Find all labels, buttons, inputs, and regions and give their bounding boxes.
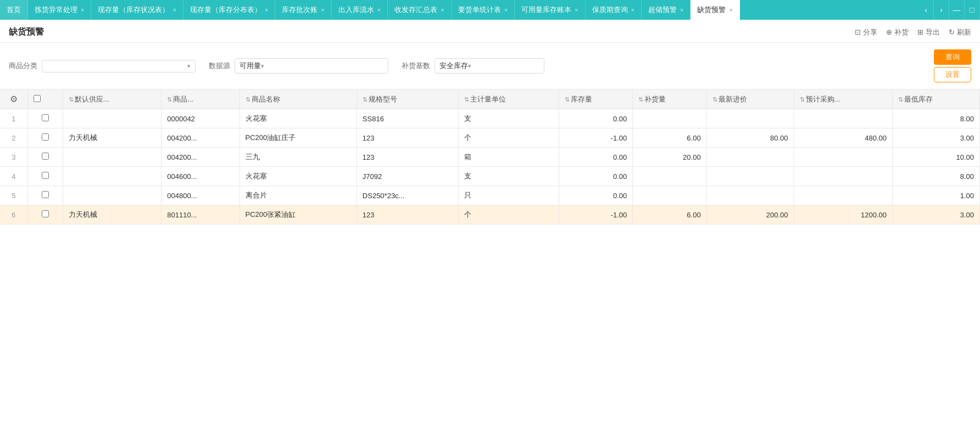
- row-stock: -1.00: [559, 205, 633, 225]
- replenish-button[interactable]: ⊕ 补货: [886, 27, 909, 37]
- sort-icon-name: ⇅: [246, 96, 250, 103]
- row-estimated: 1200.00: [794, 205, 892, 225]
- category-select[interactable]: ▾: [42, 60, 196, 72]
- tab-scroll-left[interactable]: ‹: [918, 0, 934, 20]
- row-replenish: [633, 167, 706, 186]
- table-row: 2力天机械004200...PC200油缸庄子123个-1.006.0080.0…: [0, 128, 980, 148]
- datasource-filter-group: 数据源 可用量 ▾: [209, 58, 388, 74]
- tab-minimize[interactable]: —: [949, 0, 965, 20]
- tab-11[interactable]: 缺货预警×: [691, 0, 739, 20]
- tab-1[interactable]: 拣货异常处理×: [28, 0, 91, 20]
- replenish-base-value: 安全库存: [439, 61, 468, 71]
- row-name: 三九: [240, 148, 357, 167]
- tab-label-3: 现存量（库存分布表）: [190, 5, 261, 15]
- tab-label-7: 要货单统计表: [458, 5, 501, 15]
- row-estimated: [794, 148, 892, 167]
- tab-5[interactable]: 出入库流水×: [332, 0, 388, 20]
- col-header-name[interactable]: ⇅商品名称: [240, 89, 357, 109]
- tab-6[interactable]: 收发存汇总表×: [388, 0, 451, 20]
- row-select-checkbox[interactable]: [42, 172, 49, 179]
- datasource-dropdown-icon: ▾: [261, 63, 264, 70]
- refresh-button[interactable]: ↻ 刷新: [949, 27, 971, 37]
- col-header-min_stock[interactable]: ⇅最低库存: [892, 89, 979, 109]
- tab-close-8[interactable]: ×: [575, 7, 578, 13]
- col-header-latest_price[interactable]: ⇅最新进价: [706, 89, 794, 109]
- row-stock: -1.00: [559, 128, 633, 148]
- gear-icon[interactable]: ⚙: [10, 94, 18, 104]
- tab-close-9[interactable]: ×: [631, 7, 634, 13]
- select-all-checkbox[interactable]: [34, 95, 41, 102]
- row-checkbox: [27, 205, 63, 225]
- tab-close-5[interactable]: ×: [377, 7, 381, 13]
- row-unit: 个: [458, 128, 559, 148]
- row-replenish: 20.00: [633, 148, 706, 167]
- row-checkbox: [27, 186, 63, 205]
- tab-close-7[interactable]: ×: [504, 7, 508, 13]
- row-unit: 支: [458, 109, 559, 128]
- tab-close-10[interactable]: ×: [680, 7, 683, 13]
- tab-close-11[interactable]: ×: [729, 7, 732, 13]
- replenish-icon: ⊕: [886, 28, 892, 36]
- tab-4[interactable]: 库存批次账×: [275, 0, 331, 20]
- row-select-checkbox[interactable]: [42, 153, 49, 160]
- header-actions: ⊡ 分享 ⊕ 补货 ⊞ 导出 ↻ 刷新: [855, 27, 971, 37]
- row-name: 火花塞: [240, 167, 357, 186]
- datasource-select[interactable]: 可用量 ▾: [235, 58, 388, 74]
- tab-label-10: 超储预警: [648, 5, 677, 15]
- col-header-replenish[interactable]: ⇅补货量: [633, 89, 706, 109]
- main-content: 缺货预警 ⊡ 分享 ⊕ 补货 ⊞ 导出 ↻ 刷新 商品分类: [0, 20, 980, 437]
- tab-close-2[interactable]: ×: [172, 7, 176, 13]
- row-supplier: [63, 167, 161, 186]
- tab-scroll-right[interactable]: ›: [934, 0, 949, 20]
- tab-maximize[interactable]: □: [965, 0, 980, 20]
- settings-button[interactable]: 设置: [934, 67, 971, 82]
- col-header-unit[interactable]: ⇅主计量单位: [458, 89, 559, 109]
- category-label: 商品分类: [9, 61, 37, 71]
- row-supplier: [63, 148, 161, 167]
- tab-8[interactable]: 可用量库存账本×: [515, 0, 585, 20]
- row-select-checkbox[interactable]: [42, 210, 49, 217]
- col-header-code[interactable]: ⇅商品...: [162, 89, 240, 109]
- query-button[interactable]: 查询: [934, 49, 971, 65]
- row-spec: SS816: [357, 109, 458, 128]
- tab-10[interactable]: 超储预警×: [642, 0, 691, 20]
- row-spec: 123: [357, 128, 458, 148]
- sort-icon-replenish: ⇅: [638, 96, 643, 103]
- row-min-stock: 3.00: [892, 128, 979, 148]
- row-index: 5: [0, 186, 27, 205]
- tab-close-6[interactable]: ×: [441, 7, 444, 13]
- col-header-stock[interactable]: ⇅库存量: [559, 89, 633, 109]
- tab-2[interactable]: 现存量（库存状况表）×: [91, 0, 183, 20]
- tab-0[interactable]: 首页: [0, 0, 28, 20]
- row-code: 004200...: [162, 128, 240, 148]
- tab-label-6: 收发存汇总表: [394, 5, 437, 15]
- category-filter-group: 商品分类 ▾: [9, 60, 196, 72]
- tab-close-4[interactable]: ×: [321, 7, 324, 13]
- table-container: ⚙⇅默认供应...⇅商品...⇅商品名称⇅规格型号⇅主计量单位⇅库存量⇅补货量⇅…: [0, 89, 980, 225]
- export-button[interactable]: ⊞ 导出: [917, 27, 940, 37]
- col-header-spec[interactable]: ⇅规格型号: [357, 89, 458, 109]
- page-header: 缺货预警 ⊡ 分享 ⊕ 补货 ⊞ 导出 ↻ 刷新: [0, 20, 980, 43]
- table-row: 3004200...三九123箱0.0020.0010.00: [0, 148, 980, 167]
- tab-close-1[interactable]: ×: [81, 7, 84, 13]
- tab-9[interactable]: 保质期查询×: [586, 0, 642, 20]
- replenish-base-select[interactable]: 安全库存 ▾: [435, 58, 544, 74]
- row-replenish: 6.00: [633, 205, 706, 225]
- row-select-checkbox[interactable]: [42, 191, 49, 198]
- category-dropdown-icon: ▾: [187, 63, 191, 70]
- sort-icon-min_stock: ⇅: [898, 96, 903, 103]
- table-row: 5004800...离合片DS250*23c...只0.001.00: [0, 186, 980, 205]
- col-header-supplier[interactable]: ⇅默认供应...: [63, 89, 161, 109]
- col-header-estimated[interactable]: ⇅预计采购...: [794, 89, 892, 109]
- row-select-checkbox[interactable]: [42, 133, 49, 141]
- row-replenish: 6.00: [633, 128, 706, 148]
- tab-close-3[interactable]: ×: [265, 7, 268, 13]
- col-header-checkbox: [27, 89, 63, 109]
- row-unit: 支: [458, 167, 559, 186]
- row-stock: 0.00: [559, 148, 633, 167]
- row-select-checkbox[interactable]: [42, 114, 49, 121]
- sort-icon-unit: ⇅: [464, 96, 469, 103]
- tab-7[interactable]: 要货单统计表×: [452, 0, 515, 20]
- tab-3[interactable]: 现存量（库存分布表）×: [183, 0, 275, 20]
- share-button[interactable]: ⊡ 分享: [855, 27, 877, 37]
